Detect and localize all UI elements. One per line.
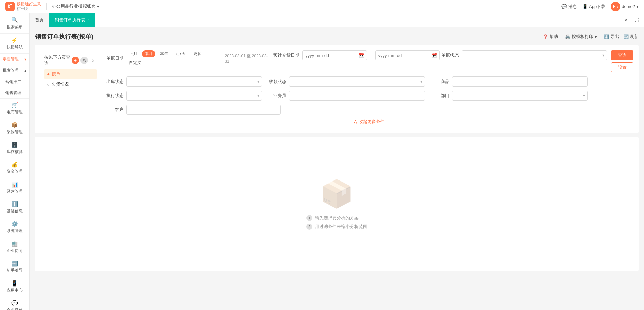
sidebar-item-finance[interactable]: 💰 资金管理 bbox=[0, 158, 29, 178]
empty-tips: 1 请先选择要分析的方案 2 用过滤条件来缩小分析范围 bbox=[306, 215, 367, 230]
scheme-collapse-btn[interactable]: « bbox=[89, 57, 97, 64]
sidebar-group-retail[interactable]: 零售管理 ▾ bbox=[0, 54, 29, 65]
sidebar-item-app-center[interactable]: 📱 应用中心 bbox=[0, 277, 29, 297]
marketing-label: 营销推广 bbox=[5, 79, 21, 84]
scheme-item-shortage[interactable]: ○ 欠货情况 bbox=[44, 79, 97, 89]
tab-minimize-btn[interactable]: ✕ bbox=[621, 15, 631, 25]
tab-sales-execution[interactable]: 销售订单执行表 × bbox=[49, 13, 95, 27]
date-btn-last-month[interactable]: 上月 bbox=[126, 50, 140, 57]
export-btn[interactable]: ⬇️ 导出 bbox=[604, 34, 619, 40]
sidebar-item-inventory[interactable]: 🗄️ 库存核算 bbox=[0, 138, 29, 158]
doc-status-select[interactable]: ▾ bbox=[462, 50, 607, 60]
sidebar: 🔍 搜索菜单 ⚡ 快捷导航 零售管理 ▾ 批发管理 ▴ 营销推广 bbox=[0, 13, 30, 310]
scheme-item-by-order[interactable]: ● 按单 bbox=[44, 69, 97, 79]
retail-arrow-icon: ▾ bbox=[24, 57, 26, 62]
setting-btn[interactable]: 设置 bbox=[611, 62, 633, 72]
tab-maximize-btn[interactable]: ⛶ bbox=[632, 15, 641, 25]
date-quick-filters: 上月 本月 本年 近7天 更多 自定义 bbox=[126, 50, 223, 66]
sidebar-label-search: 搜索菜单 bbox=[7, 24, 23, 30]
sidebar-item-new-user[interactable]: 🆕 新手引导 bbox=[0, 257, 29, 277]
product-more-btn[interactable]: ··· bbox=[579, 79, 586, 84]
tab-bar: 首页 销售订单执行表 × ✕ ⛶ bbox=[30, 13, 644, 27]
sidebar-group-wholesale[interactable]: 批发管理 ▴ bbox=[0, 65, 29, 76]
expected-date-end-input[interactable] bbox=[375, 50, 440, 60]
scheme-add-btn[interactable]: + bbox=[72, 57, 79, 64]
delivery-status-label: 出库状态 bbox=[105, 79, 126, 85]
delivery-status-arrow: ▾ bbox=[257, 79, 259, 84]
sidebar-item-corp-wechat[interactable]: 💬 企业微信 bbox=[0, 297, 29, 310]
tip-text-1: 请先选择要分析的方案 bbox=[315, 215, 359, 221]
sidebar-item-marketing[interactable]: 营销推广 bbox=[0, 76, 29, 87]
basic-icon: ℹ️ bbox=[11, 201, 18, 207]
tip-num-1: 1 bbox=[306, 215, 312, 221]
salesperson-more-btn[interactable]: ··· bbox=[416, 93, 423, 98]
logo-text: 畅捷通好生意 bbox=[17, 2, 41, 6]
refresh-btn[interactable]: 🔄 刷新 bbox=[623, 34, 639, 40]
user-avatar-btn[interactable]: Ea demo2 ▾ bbox=[611, 2, 639, 11]
sidebar-item-system[interactable]: ⚙️ 系统管理 bbox=[0, 217, 29, 237]
date-btn-more[interactable]: 更多 bbox=[191, 50, 204, 57]
doc-status-label: 单据状态 bbox=[440, 52, 462, 58]
top-bar-right: 💬 消息 📱 App下载 Ea demo2 ▾ bbox=[561, 2, 639, 11]
tab-close-icon[interactable]: × bbox=[87, 18, 90, 22]
customer-input[interactable] bbox=[126, 105, 281, 115]
tab-bar-actions: ✕ ⛶ bbox=[619, 15, 644, 25]
filter-salesperson: 业务员 ··· bbox=[267, 91, 425, 101]
doc-status-select-wrap: ▾ bbox=[462, 50, 607, 60]
salesperson-input-wrap: ··· bbox=[289, 91, 425, 101]
date-btn-custom[interactable]: 自定义 bbox=[126, 59, 144, 66]
page-title-bar: 销售订单执行表(按单) ❓ 帮助 🖨️ 按模板打印 ▾ ⬇️ 导出 bbox=[35, 32, 639, 41]
collapse-more-btn[interactable]: ⋀ 收起更多条件 bbox=[105, 116, 633, 127]
sidebar-item-enterprise[interactable]: 🏢 企业协同 bbox=[0, 237, 29, 257]
print-arrow-icon: ▾ bbox=[595, 34, 597, 39]
tab-home[interactable]: 首页 bbox=[30, 13, 49, 27]
app-name: 办公用品行业模拟账套 bbox=[52, 3, 96, 9]
message-btn[interactable]: 💬 消息 bbox=[561, 4, 577, 10]
date-btn-this-month[interactable]: 本月 bbox=[142, 50, 155, 57]
date-btn-this-year[interactable]: 本年 bbox=[157, 50, 171, 57]
sidebar-item-basic[interactable]: ℹ️ 基础信息 bbox=[0, 198, 29, 217]
customer-label: 客户 bbox=[105, 107, 126, 113]
sidebar-item-ecommerce[interactable]: 🛒 电商管理 bbox=[0, 99, 29, 118]
filter-row-3: 执行状态 ▾ 业务员 bbox=[105, 91, 633, 101]
query-btn[interactable]: 查询 bbox=[611, 50, 633, 60]
sidebar-item-search[interactable]: 🔍 搜索菜单 bbox=[0, 13, 29, 33]
dept-select-wrap: ▾ bbox=[452, 91, 588, 101]
sidebar-item-purchase[interactable]: 📦 采购管理 bbox=[0, 118, 29, 138]
sidebar-item-quick-nav[interactable]: ⚡ 快捷导航 bbox=[0, 34, 29, 53]
customer-more-btn[interactable]: ··· bbox=[272, 107, 279, 112]
filter-customer: 客户 ··· bbox=[105, 105, 281, 115]
sidebar-item-sales-mgmt[interactable]: 销售管理 bbox=[0, 87, 29, 98]
separator bbox=[46, 3, 47, 10]
sidebar-label-basic: 基础信息 bbox=[7, 208, 23, 214]
delivery-status-select[interactable]: ▾ bbox=[126, 76, 262, 87]
date-btn-7days[interactable]: 近7天 bbox=[173, 50, 189, 57]
app-selector[interactable]: 办公用品行业模拟账套 ▾ bbox=[52, 3, 99, 9]
salesperson-input[interactable] bbox=[289, 91, 425, 101]
expected-date-start-input[interactable] bbox=[302, 50, 367, 60]
product-input[interactable] bbox=[452, 76, 588, 87]
sidebar-item-operation[interactable]: 📊 经营管理 bbox=[0, 178, 29, 198]
sidebar-label-enterprise: 企业协同 bbox=[7, 248, 23, 254]
payment-status-select[interactable]: ▾ bbox=[289, 76, 425, 87]
logo-area: 好 畅捷通好生意 标准版 bbox=[5, 2, 41, 11]
sidebar-section-retail: 零售管理 ▾ bbox=[0, 54, 29, 65]
by-order-icon: ● bbox=[47, 71, 50, 77]
app-download-btn[interactable]: 📱 App下载 bbox=[582, 4, 605, 10]
sidebar-section-search: 🔍 搜索菜单 bbox=[0, 13, 29, 34]
scheme-edit-btn[interactable]: ✎ bbox=[80, 57, 88, 64]
content-area: 首页 销售订单执行表 × ✕ ⛶ 销售订单执行表(按单) bbox=[30, 13, 644, 310]
sidebar-label-purchase: 采购管理 bbox=[7, 129, 23, 135]
print-label: 按模板打印 bbox=[572, 34, 593, 40]
home-tab-label: 首页 bbox=[35, 17, 44, 23]
dept-select[interactable]: ▾ bbox=[452, 91, 588, 101]
ecommerce-icon: 🛒 bbox=[11, 102, 18, 108]
help-btn[interactable]: ❓ 帮助 bbox=[543, 34, 558, 40]
collapse-more-label: 收起更多条件 bbox=[359, 119, 385, 125]
print-template-btn[interactable]: 🖨️ 按模板打印 ▾ bbox=[562, 32, 600, 41]
inventory-icon: 🗄️ bbox=[11, 142, 18, 148]
corp-wechat-icon: 💬 bbox=[11, 300, 18, 306]
collapse-arrow-icon: ⋀ bbox=[354, 119, 357, 124]
wholesale-arrow-icon: ▴ bbox=[24, 68, 26, 73]
exec-status-select[interactable]: ▾ bbox=[126, 91, 262, 101]
